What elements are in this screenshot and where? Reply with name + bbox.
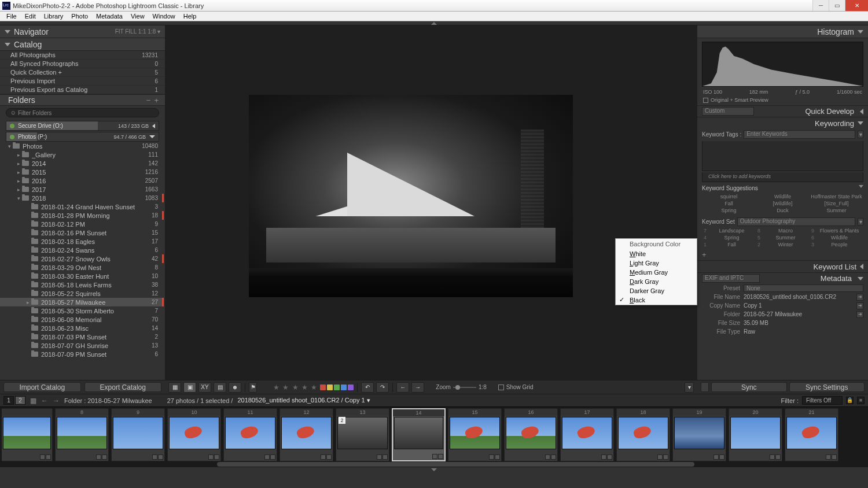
- filter-lock-icon[interactable]: 🔒: [846, 397, 854, 404]
- goto-icon[interactable]: ➜: [856, 294, 863, 301]
- zoom-slider[interactable]: [453, 387, 476, 388]
- toolbar-menu-button[interactable]: ▾: [685, 382, 694, 393]
- keyword-suggestion[interactable]: squirrel: [702, 193, 756, 200]
- histogram-chart[interactable]: [702, 42, 863, 87]
- keyword-textarea[interactable]: [702, 141, 863, 171]
- export-catalog-button[interactable]: Export Catalog: [84, 382, 162, 392]
- top-panel-handle[interactable]: [431, 22, 437, 25]
- quickdev-custom-select[interactable]: Custom: [702, 107, 754, 116]
- folder-row[interactable]: 2018-06-23 Misc14: [0, 324, 164, 332]
- folder-row[interactable]: ▸20151216: [0, 168, 164, 176]
- folder-row[interactable]: 2018-07-09 PM Sunset6: [0, 350, 164, 358]
- color-label[interactable]: [320, 385, 326, 390]
- menu-library[interactable]: Library: [40, 13, 68, 20]
- folder-row[interactable]: 2018-03-29 Owl Nest8: [0, 263, 164, 272]
- keyword-dropdown-icon[interactable]: ▾: [858, 131, 863, 138]
- folder-row[interactable]: 2018-07-07 GH Sunrise13: [0, 341, 164, 350]
- color-label[interactable]: [341, 385, 347, 390]
- keyword-suggestion[interactable]: Wildlife: [756, 193, 810, 200]
- keyword-set-item[interactable]: 3People: [810, 241, 863, 248]
- filmstrip-thumb[interactable]: 10: [167, 408, 221, 461]
- filmstrip[interactable]: 891011121321415161718192021: [0, 406, 868, 467]
- color-label[interactable]: [348, 385, 354, 390]
- compare-view-button[interactable]: XY: [198, 382, 211, 393]
- folder-row[interactable]: 2018-02-16 PM Sunset15: [0, 228, 164, 237]
- context-menu-item[interactable]: Dark Gray: [616, 277, 697, 286]
- folder-row[interactable]: ▾Photos10480: [0, 142, 164, 150]
- keyword-set-item[interactable]: 4Spring: [702, 234, 756, 241]
- folder-row[interactable]: 2018-02-27 Snowy Owls42: [0, 254, 164, 263]
- keyword-suggestion[interactable]: Summer: [810, 207, 863, 214]
- status-file[interactable]: 20180526_untitled shoot_0106.CR2 / Copy …: [237, 397, 370, 404]
- keyword-set-select[interactable]: Outdoor Photography: [737, 217, 855, 226]
- keyword-set-item[interactable]: 8Macro: [756, 227, 810, 234]
- keyword-add-input[interactable]: Click here to add keywords: [702, 172, 863, 182]
- minimize-button[interactable]: ─: [812, 0, 829, 11]
- metadata-selector[interactable]: EXIF and IPTC: [702, 274, 760, 283]
- filmstrip-thumb[interactable]: 8: [55, 408, 109, 461]
- display-1-button[interactable]: 1: [3, 396, 14, 405]
- folder-row[interactable]: 2018-02-24 Swans6: [0, 246, 164, 254]
- keyword-suggestion[interactable]: Spring: [702, 207, 756, 214]
- menu-metadata[interactable]: Metadata: [92, 13, 127, 20]
- keyword-tags-select[interactable]: Enter Keywords: [744, 130, 855, 139]
- rotate-ccw-button[interactable]: ↶: [361, 382, 374, 393]
- folders-header[interactable]: Folders − +: [0, 94, 165, 106]
- folder-row[interactable]: 2018-01-28 PM Morning18: [0, 211, 164, 220]
- context-menu-item[interactable]: White: [616, 249, 697, 258]
- context-menu-item[interactable]: Light Gray: [616, 258, 697, 268]
- metadata-preset-select[interactable]: None: [744, 284, 863, 292]
- context-menu-item[interactable]: Medium Gray: [616, 268, 697, 277]
- color-labels[interactable]: [320, 385, 354, 390]
- filter-menu-icon[interactable]: ≡: [857, 397, 865, 404]
- flag-pick-button[interactable]: ⚑: [249, 382, 257, 393]
- catalog-item[interactable]: Quick Collection +5: [0, 68, 165, 77]
- disclosure-icon[interactable]: [859, 185, 863, 188]
- keyword-add-button[interactable]: +: [697, 250, 868, 260]
- folders-plus-button[interactable]: +: [152, 96, 160, 105]
- menu-help[interactable]: Help: [179, 13, 201, 20]
- keyword-suggestion[interactable]: Fall: [702, 200, 756, 207]
- color-label[interactable]: [334, 385, 340, 390]
- bottom-panel-handle[interactable]: [0, 467, 868, 472]
- keyword-suggestion[interactable]: Duck: [756, 207, 810, 214]
- sync-button[interactable]: Sync: [711, 382, 787, 392]
- folder-row[interactable]: 2018-01-24 Grand Haven Sunset3: [0, 202, 164, 211]
- folder-row[interactable]: 2018-05-30 Storm Alberto7: [0, 306, 164, 315]
- folder-row[interactable]: 2018-07-03 PM Sunset2: [0, 332, 164, 341]
- filmstrip-thumb[interactable]: 19: [672, 408, 726, 461]
- filmstrip-thumb[interactable]: 16: [504, 408, 558, 461]
- grid-icon[interactable]: ▦: [30, 397, 36, 405]
- close-button[interactable]: ✕: [845, 0, 868, 11]
- sync-toggle-button[interactable]: [701, 382, 709, 392]
- menu-edit[interactable]: Edit: [21, 13, 40, 20]
- filmstrip-thumb[interactable]: 21: [785, 408, 838, 461]
- loupe-view-button[interactable]: ▣: [183, 382, 196, 393]
- filter-folders-input[interactable]: ⊙ Filter Folders: [6, 108, 159, 117]
- folder-row[interactable]: ▾20181083: [0, 194, 164, 202]
- filmstrip-thumb[interactable]: 17: [560, 408, 614, 461]
- back-icon[interactable]: ←: [41, 397, 48, 405]
- catalog-item[interactable]: All Synced Photographs0: [0, 60, 165, 68]
- keyword-set-item[interactable]: 9Flowers & Plants: [810, 227, 863, 234]
- goto-icon[interactable]: ➜: [856, 302, 863, 309]
- keyword-set-item[interactable]: 5Summer: [756, 234, 810, 241]
- filmstrip-thumb[interactable]: 9: [111, 408, 165, 461]
- catalog-item[interactable]: Previous Import6: [0, 77, 165, 86]
- forward-icon[interactable]: →: [53, 397, 60, 405]
- filmstrip-thumb[interactable]: 18: [616, 408, 670, 461]
- sync-settings-button[interactable]: Sync Settings: [789, 382, 865, 392]
- keywordlist-header[interactable]: Keyword List: [697, 261, 868, 272]
- survey-view-button[interactable]: ▤: [214, 382, 226, 393]
- folder-row[interactable]: 2018-02-12 PM9: [0, 220, 164, 228]
- catalog-item[interactable]: All Photographs13231: [0, 51, 165, 60]
- filmstrip-thumb[interactable]: 14: [392, 408, 446, 461]
- folder-row[interactable]: ▸20171663: [0, 185, 164, 194]
- rating-stars[interactable]: ★ ★ ★ ★ ★: [273, 383, 318, 391]
- navigator-header[interactable]: Navigator FIT FILL 1:1 1:8 ▾: [0, 25, 165, 38]
- catalog-header[interactable]: Catalog: [0, 38, 165, 51]
- keyword-set-item[interactable]: 2Winter: [756, 241, 810, 248]
- import-catalog-button[interactable]: Import Catalog: [3, 382, 81, 392]
- loupe-view[interactable]: Background Color WhiteLight GrayMedium G…: [165, 25, 697, 394]
- menu-view[interactable]: View: [127, 13, 149, 20]
